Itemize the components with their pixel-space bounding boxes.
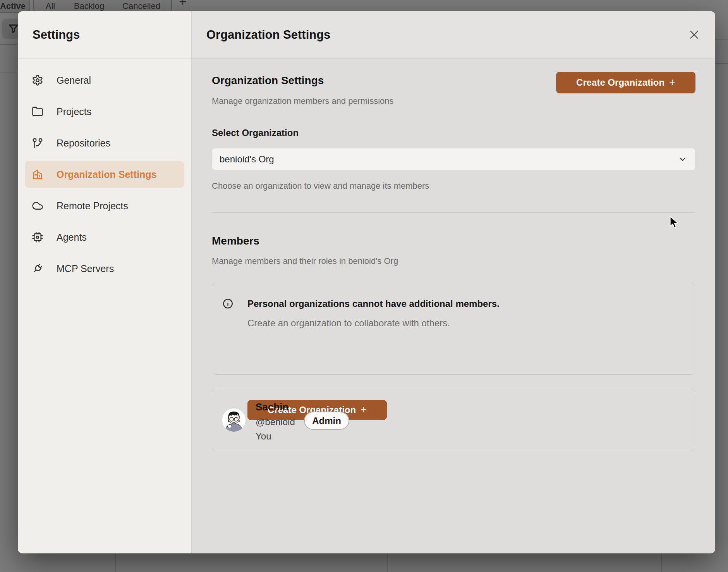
org-section-subheading: Manage organization members and permissi… [212, 96, 394, 106]
sidebar-item-organization-settings[interactable]: Organization Settings [25, 161, 184, 188]
chip-icon [32, 231, 43, 243]
members-subheading: Manage members and their roles in benioi… [212, 256, 398, 266]
tab-all[interactable]: All [34, 1, 67, 11]
chevron-down-icon [678, 155, 687, 164]
sidebar-item-general[interactable]: General [25, 67, 184, 94]
select-organization-label: Select Organization [212, 127, 299, 138]
sidebar-title: Settings [18, 11, 191, 59]
close-button[interactable] [687, 28, 701, 41]
funnel-icon [8, 23, 19, 34]
create-organization-button[interactable]: Create Organization + [556, 72, 695, 93]
folder-icon [32, 106, 43, 117]
bg-column-line [387, 553, 388, 572]
bg-divider [715, 39, 728, 40]
personal-org-notice: Personal organizations cannot have addit… [212, 283, 695, 375]
sidebar-item-mcp-servers[interactable]: MCP Servers [25, 255, 184, 282]
add-tab-button[interactable]: + [179, 0, 187, 9]
role-badge: Admin [304, 412, 349, 430]
screen: Active All Backlog Cancelled + Settings … [0, 0, 728, 572]
bg-column-line [661, 553, 662, 572]
sidebar-item-label: MCP Servers [57, 263, 114, 274]
notice-title: Personal organizations cannot have addit… [247, 298, 500, 309]
sidebar-item-agents[interactable]: Agents [25, 224, 184, 251]
sidebar-item-label: General [57, 75, 91, 86]
sidebar-item-label: Projects [57, 106, 91, 117]
sidebar-item-label: Organization Settings [57, 169, 156, 180]
section-divider [212, 212, 695, 213]
members-heading: Members [212, 235, 259, 247]
member-handle: @benioid [256, 417, 295, 427]
bg-divider [0, 44, 18, 45]
bg-column-line [115, 553, 116, 572]
sidebar-item-projects[interactable]: Projects [25, 98, 184, 125]
settings-sidebar: Settings GeneralProjectsRepositoriesOrga… [18, 11, 192, 553]
organization-settings-panel: Organization Settings Organization Setti… [192, 11, 715, 553]
organization-select-value: benioid's Org [220, 154, 274, 165]
bg-divider [715, 63, 728, 64]
panel-body: Organization Settings Manage organizatio… [192, 59, 715, 553]
tab-backlog[interactable]: Backlog [67, 1, 112, 11]
panel-title: Organization Settings [206, 28, 330, 42]
member-name: Sachin [256, 401, 288, 413]
member-row: Sachin @benioid You Admin [212, 389, 695, 451]
sidebar-item-remote-projects[interactable]: Remote Projects [25, 192, 184, 219]
select-organization-help: Choose an organization to view and manag… [212, 181, 429, 191]
close-icon [689, 29, 699, 40]
sidebar-nav: GeneralProjectsRepositoriesOrganization … [18, 59, 191, 282]
plug-icon [32, 263, 43, 274]
panel-header: Organization Settings [192, 11, 715, 59]
tab-cancelled[interactable]: Cancelled [112, 1, 171, 11]
info-icon [223, 298, 233, 309]
org-section-heading: Organization Settings [212, 74, 324, 87]
sidebar-item-label: Remote Projects [57, 200, 128, 212]
building-icon [32, 169, 43, 180]
notice-body: Create an organization to collaborate wi… [247, 318, 450, 329]
gear-icon [32, 74, 43, 86]
create-organization-label: Create Organization [576, 77, 664, 88]
git-branch-icon [32, 137, 43, 149]
sidebar-item-label: Repositories [57, 138, 110, 149]
sidebar-item-label: Agents [57, 232, 87, 243]
cloud-icon [32, 200, 43, 212]
settings-modal: Settings GeneralProjectsRepositoriesOrga… [18, 11, 715, 553]
sidebar-item-repositories[interactable]: Repositories [25, 129, 184, 157]
avatar [222, 408, 246, 432]
plus-icon: + [669, 76, 675, 88]
member-you-label: You [256, 431, 271, 442]
organization-select[interactable]: benioid's Org [212, 148, 695, 170]
bg-divider [0, 72, 18, 72]
